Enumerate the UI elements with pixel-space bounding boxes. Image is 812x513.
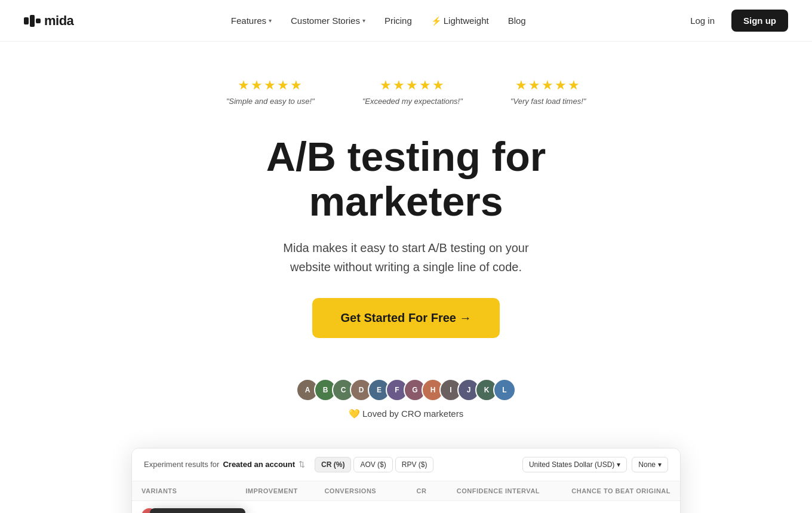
tab-cr[interactable]: CR (%) [315, 457, 351, 472]
chance-cell: -- [549, 500, 680, 513]
page-headline: A/B testing for marketers [167, 134, 645, 224]
nav-customer-stories[interactable]: Customer Stories ▾ [291, 16, 365, 26]
review-text-3: "Very fast load times!" [510, 97, 586, 106]
loved-text: 💛 Loved by CRO marketers [349, 408, 463, 419]
editor-menu-title: Editor Menu [150, 508, 245, 513]
nav-blog[interactable]: Blog [508, 16, 526, 26]
logo-text: mida [44, 13, 73, 29]
svg-rect-0 [24, 17, 29, 24]
col-variants: VARIANTS [132, 481, 228, 501]
review-1: ★★★★★ "Simple and easy to use!" [226, 78, 315, 106]
logo-icon [24, 13, 41, 29]
nav-right: Log in Sign up [683, 10, 788, 32]
logo[interactable]: mida [24, 13, 73, 29]
tab-aov[interactable]: AOV ($) [353, 457, 392, 472]
stars-2: ★★★★★ [380, 78, 445, 93]
dash-header: Experiment results for Created an accoun… [132, 449, 680, 481]
dash-selects: United States Dollar (USD) ▾ None ▾ [522, 457, 668, 472]
review-text-2: "Exceeded my expectations!" [362, 97, 463, 106]
experiment-label: Experiment results for Created an accoun… [144, 460, 305, 469]
currency-select[interactable]: United States Dollar (USD) ▾ [522, 457, 627, 472]
review-2: ★★★★★ "Exceeded my expectations!" [362, 78, 463, 106]
reviews-row: ★★★★★ "Simple and easy to use!" ★★★★★ "E… [12, 78, 800, 106]
ci-cell: -- [436, 500, 549, 513]
col-ci: CONFIDENCE INTERVAL [436, 481, 549, 501]
navbar: mida Features ▾ Customer Stories ▾ Prici… [0, 0, 812, 42]
col-improvement: IMPROVEMENT [228, 481, 307, 501]
stars-3: ★★★★★ [515, 78, 581, 93]
avatar-row: ABCDEFGHIJKL [296, 379, 516, 401]
chevron-down-icon: ▾ [658, 460, 662, 469]
lightning-icon: ⚡ [431, 16, 441, 26]
cta-button[interactable]: Get Started For Free → [312, 298, 500, 338]
tab-rpv[interactable]: RPV ($) [395, 457, 434, 472]
cr-cell: 37.56% [386, 500, 436, 513]
nav-center: Features ▾ Customer Stories ▾ Pricing ⚡ … [231, 16, 526, 26]
col-conversions: CONVERSIONS [307, 481, 386, 501]
conversions-cell: 77 [307, 500, 386, 513]
dashboard-preview: Experiment results for Created an accoun… [131, 448, 681, 513]
review-text-1: "Simple and easy to use!" [226, 97, 315, 106]
filter-select[interactable]: None ▾ [632, 457, 668, 472]
stars-1: ★★★★★ [238, 78, 303, 93]
login-button[interactable]: Log in [683, 11, 722, 30]
chevron-down-icon: ▾ [269, 17, 272, 24]
table-header-row: VARIANTS IMPROVEMENT CONVERSIONS CR CONF… [132, 481, 680, 501]
nav-features[interactable]: Features ▾ [231, 16, 272, 26]
social-proof: ABCDEFGHIJKL 💛 Loved by CRO marketers [12, 379, 800, 419]
chevron-down-icon: ▾ [617, 460, 620, 469]
col-chance: CHANCE TO BEAT ORIGINAL [549, 481, 680, 501]
col-cr: CR [386, 481, 436, 501]
chevron-down-icon: ▾ [362, 17, 365, 24]
svg-rect-1 [30, 15, 35, 27]
hero-section: ★★★★★ "Simple and easy to use!" ★★★★★ "E… [0, 42, 812, 513]
avatar: L [493, 379, 516, 401]
signup-button[interactable]: Sign up [731, 10, 788, 32]
svg-rect-2 [36, 19, 41, 23]
nav-lightweight[interactable]: ⚡ Lightweight [431, 16, 489, 26]
metric-tabs[interactable]: CR (%) AOV ($) RPV ($) [315, 457, 433, 472]
review-3: ★★★★★ "Very fast load times!" [510, 78, 586, 106]
page-subheadline: Mida makes it easy to start A/B testing … [12, 238, 800, 277]
editor-menu: Editor Menu ✏ Edit Element </> Edit HTML [150, 508, 245, 513]
nav-pricing[interactable]: Pricing [385, 16, 412, 26]
